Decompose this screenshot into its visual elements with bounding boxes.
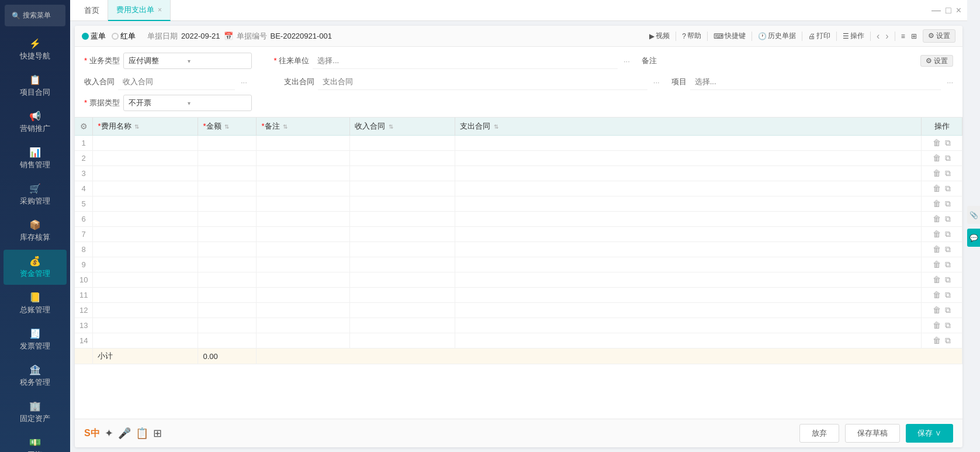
row-expense-contract-5[interactable]: [455, 196, 922, 212]
col-settings[interactable]: ⚙: [75, 118, 93, 136]
print-btn[interactable]: 🖨 打印: [808, 31, 830, 41]
row-expense-name-10[interactable]: [93, 272, 198, 288]
row-amount-10[interactable]: [198, 272, 257, 288]
row-note-13[interactable]: [257, 318, 350, 333]
row-amount-5[interactable]: [198, 196, 257, 212]
history-btn[interactable]: 🕐 历史单据: [758, 31, 796, 41]
income-contract-input[interactable]: [118, 74, 235, 90]
row-amount-3[interactable]: [198, 166, 257, 181]
sidebar-item-salary[interactable]: 💵 工资: [4, 431, 67, 452]
save-button[interactable]: 保存 ∨: [906, 424, 953, 443]
row-copy-3[interactable]: ⧉: [945, 168, 951, 178]
row-copy-7[interactable]: ⧉: [945, 229, 951, 239]
sort-expense-name-icon[interactable]: ⇅: [134, 123, 139, 130]
row-expense-name-5[interactable]: [93, 196, 198, 212]
sort-income-icon[interactable]: ⇅: [389, 123, 393, 130]
form-settings-btn[interactable]: ⚙ 设置: [920, 55, 953, 67]
row-expense-contract-2[interactable]: [455, 151, 922, 166]
tab-expense-close[interactable]: ×: [158, 6, 162, 14]
row-expense-contract-7[interactable]: [455, 227, 922, 242]
settings-btn[interactable]: ⚙ 设置: [923, 29, 955, 43]
row-expense-name-12[interactable]: [93, 303, 198, 318]
business-type-select[interactable]: 应付调整 ▾: [123, 53, 252, 69]
footer-icon-mic[interactable]: 🎤: [118, 427, 131, 440]
row-copy-1[interactable]: ⧉: [945, 138, 951, 147]
row-income-contract-8[interactable]: [350, 242, 455, 257]
footer-icon-1[interactable]: ✦: [105, 427, 113, 440]
nav-prev-btn[interactable]: ‹: [877, 31, 879, 42]
sidebar-item-invoice-mgmt[interactable]: 🧾 发票管理: [4, 322, 67, 357]
row-delete-13[interactable]: 🗑: [933, 320, 941, 330]
row-expense-contract-3[interactable]: [455, 166, 922, 181]
help-btn[interactable]: ? 帮助: [682, 31, 701, 41]
row-income-contract-6[interactable]: [350, 212, 455, 227]
project-input[interactable]: [690, 74, 941, 90]
row-income-contract-9[interactable]: [350, 257, 455, 272]
row-expense-contract-11[interactable]: [455, 288, 922, 303]
row-expense-contract-13[interactable]: [455, 318, 922, 333]
row-expense-contract-9[interactable]: [455, 257, 922, 272]
row-note-10[interactable]: [257, 272, 350, 288]
row-delete-6[interactable]: 🗑: [933, 214, 941, 223]
expense-contract-input[interactable]: [318, 74, 647, 90]
row-copy-14[interactable]: ⧉: [945, 336, 951, 345]
row-note-5[interactable]: [257, 196, 350, 212]
sidebar-item-purchase-mgmt[interactable]: 🛒 采购管理: [4, 177, 67, 212]
row-copy-12[interactable]: ⧉: [945, 305, 951, 315]
row-expense-contract-1[interactable]: [455, 136, 922, 151]
row-expense-name-1[interactable]: [93, 136, 198, 151]
sort-expense-icon[interactable]: ⇅: [494, 123, 498, 130]
row-note-2[interactable]: [257, 151, 350, 166]
row-income-contract-11[interactable]: [350, 288, 455, 303]
row-income-contract-2[interactable]: [350, 151, 455, 166]
row-note-14[interactable]: [257, 333, 350, 349]
row-income-contract-1[interactable]: [350, 136, 455, 151]
row-amount-1[interactable]: [198, 136, 257, 151]
row-income-contract-7[interactable]: [350, 227, 455, 242]
row-expense-name-2[interactable]: [93, 151, 198, 166]
tab-expense[interactable]: 费用支出单 ×: [108, 0, 171, 21]
row-expense-name-14[interactable]: [93, 333, 198, 349]
row-amount-7[interactable]: [198, 227, 257, 242]
row-expense-name-7[interactable]: [93, 227, 198, 242]
row-income-contract-13[interactable]: [350, 318, 455, 333]
row-delete-10[interactable]: 🗑: [933, 275, 941, 284]
table-settings-icon[interactable]: ⚙: [80, 122, 88, 131]
row-expense-name-9[interactable]: [93, 257, 198, 272]
row-delete-11[interactable]: 🗑: [933, 290, 941, 299]
row-income-contract-10[interactable]: [350, 272, 455, 288]
row-expense-contract-12[interactable]: [455, 303, 922, 318]
row-amount-14[interactable]: [198, 333, 257, 349]
window-close[interactable]: ×: [956, 5, 961, 16]
window-maximize[interactable]: □: [946, 5, 951, 16]
row-delete-1[interactable]: 🗑: [933, 138, 941, 147]
tab-home[interactable]: 首页: [76, 0, 108, 21]
partner-dots[interactable]: ···: [624, 57, 630, 65]
row-note-8[interactable]: [257, 242, 350, 257]
row-note-6[interactable]: [257, 212, 350, 227]
sort-amount-icon[interactable]: ⇅: [224, 123, 229, 130]
save-draft-button[interactable]: 保存草稿: [845, 424, 900, 443]
row-expense-name-3[interactable]: [93, 166, 198, 181]
row-note-3[interactable]: [257, 166, 350, 181]
note-input[interactable]: [660, 53, 909, 69]
row-income-contract-3[interactable]: [350, 166, 455, 181]
row-expense-name-13[interactable]: [93, 318, 198, 333]
window-minimize[interactable]: —: [931, 5, 941, 16]
row-note-7[interactable]: [257, 227, 350, 242]
row-delete-2[interactable]: 🗑: [933, 153, 941, 163]
row-amount-11[interactable]: [198, 288, 257, 303]
footer-icon-grid[interactable]: ⊞: [153, 427, 162, 440]
search-menu-button[interactable]: 🔍 搜索菜单: [5, 5, 65, 26]
sidebar-item-capital-mgmt[interactable]: 💰 资金管理: [4, 250, 67, 285]
view-icon[interactable]: ≡: [901, 32, 905, 40]
row-delete-8[interactable]: 🗑: [933, 244, 941, 254]
project-dots[interactable]: ···: [947, 78, 953, 87]
row-delete-9[interactable]: 🗑: [933, 260, 941, 269]
row-amount-12[interactable]: [198, 303, 257, 318]
row-expense-contract-8[interactable]: [455, 242, 922, 257]
row-note-1[interactable]: [257, 136, 350, 151]
sidebar-item-project-contract[interactable]: 📋 项目合同: [4, 68, 67, 103]
radio-blue[interactable]: 蓝单: [82, 31, 106, 42]
row-note-4[interactable]: [257, 181, 350, 196]
